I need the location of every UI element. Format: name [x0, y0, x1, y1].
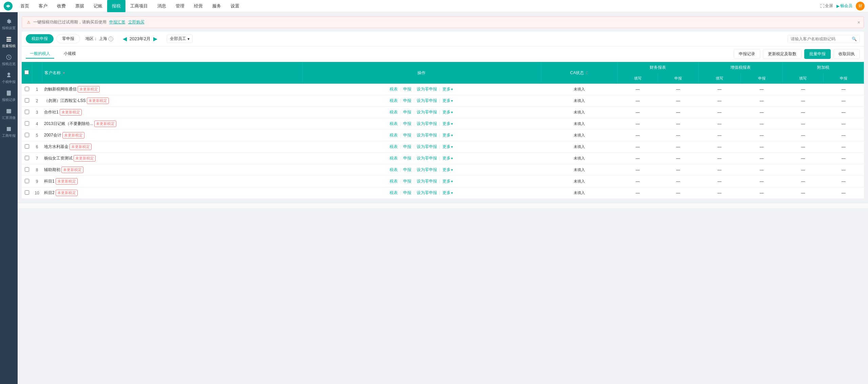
row-checkbox-5[interactable] [25, 144, 29, 149]
op-tax-table-2[interactable]: 税表 [390, 110, 398, 114]
row-checkbox-8[interactable] [25, 179, 29, 183]
avatar[interactable]: 财 [856, 2, 865, 10]
op-tax-table-3[interactable]: 税表 [390, 121, 398, 126]
tab-bar: 税款申报 零申报 地区： 上海 i ◀ 2023年2月 ▶ 全部员工 ▾ [22, 31, 864, 46]
op-declare-5[interactable]: 申报 [403, 144, 411, 149]
op-zero-declare-4[interactable]: 设为零申报 [417, 133, 437, 137]
op-declare-0[interactable]: 申报 [403, 87, 411, 91]
update-tax-button[interactable]: 更新税定及取数 [763, 49, 802, 59]
sidebar-item-batch-tax[interactable]: 批量报税 [0, 33, 18, 51]
nav-settings[interactable]: 设置 [226, 0, 244, 12]
nav-messages[interactable]: 消息 [153, 0, 171, 12]
ca-sort-icon[interactable]: C [586, 71, 588, 75]
op-tax-table-1[interactable]: 税表 [390, 98, 398, 103]
nav-customer[interactable]: 客户 [34, 0, 52, 12]
op-more-3[interactable]: 更多▼ [442, 121, 454, 126]
op-tax-table-4[interactable]: 税表 [390, 133, 398, 137]
op-tax-table-6[interactable]: 税表 [390, 156, 398, 161]
op-zero-declare-1[interactable]: 设为零申报 [417, 98, 437, 103]
nav-home[interactable]: 首页 [16, 0, 34, 12]
sidebar-item-tax-records[interactable]: 报税记录 [0, 87, 18, 105]
nav-billing[interactable]: 收费 [52, 0, 71, 12]
nav-operations[interactable]: 经营 [189, 0, 208, 12]
op-declare-3[interactable]: 申报 [403, 121, 411, 126]
sidebar-item-tax-settings[interactable]: 报税设置 [0, 15, 18, 33]
nav-bookkeeping[interactable]: 记账 [89, 0, 107, 12]
date-prev-button[interactable]: ◀ [121, 36, 128, 42]
row-ca-0: 未填入 [541, 84, 617, 95]
sub-tab-small[interactable]: 小规模 [60, 49, 80, 59]
op-tax-table-5[interactable]: 税表 [390, 144, 398, 149]
nav-tax[interactable]: 报税 [107, 0, 125, 12]
banner-link-2[interactable]: 立即购买 [128, 19, 144, 25]
batch-declare-button[interactable]: 批量申报 [804, 49, 831, 59]
op-zero-declare-3[interactable]: 设为零申报 [417, 121, 437, 126]
op-declare-1[interactable]: 申报 [403, 98, 411, 103]
op-more-6[interactable]: 更多▼ [442, 156, 454, 161]
member-button[interactable]: ▶ 畅会员 [836, 3, 852, 9]
nav-invoice[interactable]: 票据 [71, 0, 89, 12]
nav-service[interactable]: 服务 [208, 0, 226, 12]
declare-records-button[interactable]: 申报记录 [734, 49, 760, 59]
op-zero-declare-0[interactable]: 设为零申报 [417, 87, 437, 91]
op-declare-4[interactable]: 申报 [403, 133, 411, 137]
sidebar-item-personal-tax[interactable]: 个税申报 [0, 69, 18, 87]
name-sort-icon[interactable]: ▼ [62, 71, 66, 75]
tab-zero-declare[interactable]: 零申报 [56, 34, 80, 43]
row-checkbox-7[interactable] [25, 167, 29, 172]
svg-rect-9 [6, 109, 11, 113]
search-input[interactable] [788, 35, 849, 43]
row-checkbox-6[interactable] [25, 156, 29, 160]
op-declare-6[interactable]: 申报 [403, 156, 411, 161]
fullscreen-button[interactable]: ⛶ 全屏 [820, 3, 833, 9]
op-zero-declare-2[interactable]: 设为零申报 [417, 110, 437, 114]
banner-text: 一键报税功能已过试用期，请购买后使用 [33, 19, 106, 25]
row-checkbox-3[interactable] [25, 121, 29, 126]
op-zero-declare-5[interactable]: 设为零申报 [417, 144, 437, 149]
row-checkbox-4[interactable] [25, 133, 29, 137]
banner-close-button[interactable]: × [857, 20, 860, 25]
op-zero-declare-9[interactable]: 设为零申报 [417, 190, 437, 195]
select-all-checkbox[interactable] [24, 70, 29, 74]
op-zero-declare-6[interactable]: 设为零申报 [417, 156, 437, 161]
op-declare-7[interactable]: 申报 [403, 167, 411, 172]
sub-tab-general[interactable]: 一般的税人 [26, 49, 54, 59]
row-tax-fill-5: — [698, 141, 741, 153]
op-more-5[interactable]: 更多▼ [442, 144, 454, 149]
op-tax-table-8[interactable]: 税表 [390, 179, 398, 184]
region-info-icon[interactable]: i [108, 37, 113, 41]
top-nav-right: ⛶ 全屏 ▶ 畅会员 财 [820, 2, 865, 10]
search-button[interactable]: 🔍 [849, 35, 860, 43]
banner-link-1[interactable]: 申报汇签 [109, 19, 125, 25]
op-more-8[interactable]: 更多▼ [442, 179, 454, 184]
op-declare-9[interactable]: 申报 [403, 190, 411, 195]
status-badge-7: 未更新税定 [61, 167, 83, 173]
op-zero-declare-8[interactable]: 设为零申报 [417, 179, 437, 184]
row-checkbox-9[interactable] [25, 190, 29, 195]
op-more-9[interactable]: 更多▼ [442, 190, 454, 195]
op-more-2[interactable]: 更多▼ [442, 110, 454, 114]
op-declare-2[interactable]: 申报 [403, 110, 411, 114]
sidebar-item-overview[interactable]: 报税总览 [0, 51, 18, 69]
row-checkbox-1[interactable] [25, 98, 29, 103]
date-next-button[interactable]: ▶ [152, 36, 159, 42]
row-checkbox-cell-5 [22, 141, 32, 153]
op-declare-8[interactable]: 申报 [403, 179, 411, 184]
op-more-4[interactable]: 更多▼ [442, 133, 454, 137]
op-tax-table-7[interactable]: 税表 [390, 167, 398, 172]
row-checkbox-0[interactable] [25, 87, 29, 91]
op-more-7[interactable]: 更多▼ [442, 167, 454, 172]
op-more-1[interactable]: 更多▼ [442, 98, 454, 103]
op-tax-table-0[interactable]: 税表 [390, 87, 398, 91]
collect-receipt-button[interactable]: 收取回执 [833, 49, 860, 59]
nav-management[interactable]: 管理 [171, 0, 189, 12]
op-tax-table-9[interactable]: 税表 [390, 190, 398, 195]
sidebar-item-annual-settlement[interactable]: 汇算清缴 [0, 105, 18, 123]
nav-business[interactable]: 工商项目 [125, 0, 153, 12]
tab-tax-declare[interactable]: 税款申报 [26, 34, 54, 43]
employee-selector[interactable]: 全部员工 ▾ [167, 35, 193, 43]
op-zero-declare-7[interactable]: 设为零申报 [417, 167, 437, 172]
op-more-0[interactable]: 更多▼ [442, 87, 454, 91]
row-checkbox-2[interactable] [25, 110, 29, 114]
sidebar-item-annual-report[interactable]: 工商年报 [0, 123, 18, 141]
